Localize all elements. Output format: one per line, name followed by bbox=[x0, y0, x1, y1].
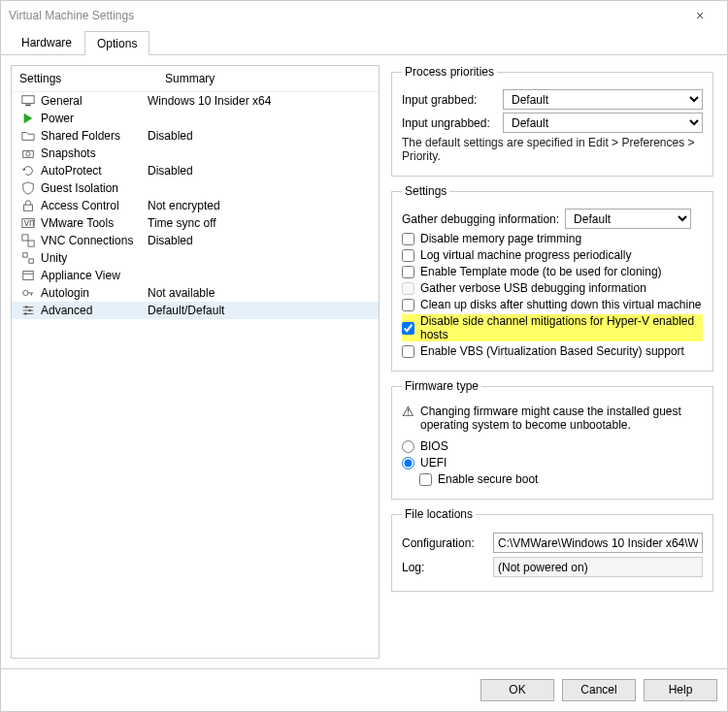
bios-radio[interactable] bbox=[402, 440, 414, 453]
row-label: Guest Isolation bbox=[41, 181, 118, 195]
template-mode-label: Enable Template mode (to be used for clo… bbox=[420, 265, 662, 278]
refresh-icon bbox=[19, 164, 37, 178]
input-ungrabbed-select[interactable]: Default bbox=[503, 113, 703, 133]
svg-marker-2 bbox=[24, 113, 33, 124]
row-summary: Not encrypted bbox=[148, 199, 371, 212]
list-row-general[interactable]: GeneralWindows 10 Insider x64 bbox=[12, 92, 379, 110]
ok-button[interactable]: OK bbox=[480, 679, 554, 701]
row-label: Access Control bbox=[41, 199, 119, 212]
log-path-field: (Not powered on) bbox=[493, 557, 703, 577]
firmware-warning: Changing firmware might cause the instal… bbox=[420, 405, 703, 432]
row-label: Advanced bbox=[41, 304, 92, 317]
dialog-buttons: OK Cancel Help bbox=[1, 668, 727, 711]
header-summary: Summary bbox=[165, 72, 215, 85]
vnc-icon bbox=[19, 234, 37, 247]
tab-options[interactable]: Options bbox=[84, 31, 149, 55]
list-row-shared-folders[interactable]: Shared FoldersDisabled bbox=[12, 127, 379, 145]
list-row-access-control[interactable]: Access ControlNot encrypted bbox=[12, 197, 379, 214]
enable-vbs-checkbox[interactable] bbox=[402, 345, 414, 358]
settings-legend: Settings bbox=[402, 184, 449, 198]
config-path-field[interactable] bbox=[493, 533, 703, 553]
svg-marker-5 bbox=[22, 168, 26, 171]
shield-icon bbox=[19, 181, 37, 195]
svg-rect-13 bbox=[23, 272, 34, 280]
appliance-icon bbox=[19, 269, 37, 282]
row-label: Appliance View bbox=[41, 269, 120, 282]
gather-debug-select[interactable]: Default bbox=[565, 209, 691, 229]
row-label: Power bbox=[41, 112, 74, 125]
row-summary: Time sync off bbox=[148, 216, 371, 230]
settings-group: Settings Gather debugging information: D… bbox=[391, 184, 713, 372]
header-settings: Settings bbox=[19, 72, 165, 85]
list-row-appliance-view[interactable]: Appliance View bbox=[12, 267, 379, 284]
vm-settings-window: Virtual Machine Settings × Hardware Opti… bbox=[0, 0, 728, 712]
warning-icon: ⚠ bbox=[402, 405, 414, 418]
key-icon bbox=[19, 286, 37, 300]
disable-mem-trim-checkbox[interactable] bbox=[402, 233, 414, 245]
uefi-radio[interactable] bbox=[402, 457, 414, 469]
help-button[interactable]: Help bbox=[644, 679, 717, 701]
row-summary: Not available bbox=[148, 286, 371, 300]
verbose-usb-checkbox bbox=[402, 282, 414, 295]
svg-point-15 bbox=[23, 290, 28, 295]
tab-hardware[interactable]: Hardware bbox=[9, 30, 84, 54]
list-row-snapshots[interactable]: Snapshots bbox=[12, 145, 379, 162]
row-label: Shared Folders bbox=[41, 129, 120, 143]
disable-mem-trim-label: Disable memory page trimming bbox=[420, 232, 581, 245]
list-row-unity[interactable]: Unity bbox=[12, 249, 379, 267]
row-label: VMware Tools bbox=[41, 216, 114, 230]
input-grabbed-label: Input grabbed: bbox=[402, 93, 497, 107]
disable-side-channel-label: Disable side channel mitigations for Hyp… bbox=[420, 314, 703, 341]
list-row-autoprotect[interactable]: AutoProtectDisabled bbox=[12, 162, 379, 179]
svg-point-23 bbox=[24, 312, 27, 315]
cancel-button[interactable]: Cancel bbox=[562, 679, 636, 701]
settings-list: Settings Summary GeneralWindows 10 Insid… bbox=[11, 65, 380, 659]
row-summary: Windows 10 Insider x64 bbox=[148, 94, 371, 108]
row-summary: Disabled bbox=[148, 129, 371, 143]
row-label: AutoProtect bbox=[41, 164, 102, 178]
template-mode-checkbox[interactable] bbox=[402, 266, 414, 278]
input-ungrabbed-label: Input ungrabbed: bbox=[402, 116, 497, 130]
list-row-autologin[interactable]: AutologinNot available bbox=[12, 284, 379, 302]
svg-point-4 bbox=[26, 152, 30, 156]
close-button[interactable]: × bbox=[680, 8, 719, 23]
row-label: Unity bbox=[41, 251, 67, 265]
disable-side-channel-checkbox[interactable] bbox=[402, 322, 414, 335]
camera-icon bbox=[19, 146, 37, 160]
svg-rect-11 bbox=[23, 253, 27, 257]
advanced-icon bbox=[19, 304, 37, 317]
secure-boot-checkbox[interactable] bbox=[419, 473, 432, 486]
list-header: Settings Summary bbox=[12, 66, 379, 92]
titlebar: Virtual Machine Settings × bbox=[1, 1, 727, 30]
config-label: Configuration: bbox=[402, 536, 487, 550]
svg-point-21 bbox=[25, 306, 28, 308]
file-locations-legend: File locations bbox=[402, 507, 476, 521]
unity-icon bbox=[19, 251, 37, 265]
svg-rect-1 bbox=[25, 105, 30, 107]
verbose-usb-label: Gather verbose USB debugging information bbox=[420, 281, 646, 295]
list-row-advanced[interactable]: AdvancedDefault/Default bbox=[12, 302, 379, 319]
svg-text:vm: vm bbox=[24, 216, 35, 228]
list-row-vnc-connections[interactable]: VNC ConnectionsDisabled bbox=[12, 232, 379, 249]
folder-share-icon bbox=[19, 129, 37, 143]
bios-label: BIOS bbox=[420, 439, 448, 453]
list-row-power[interactable]: Power bbox=[12, 110, 379, 127]
firmware-group: Firmware type ⚠ Changing firmware might … bbox=[391, 379, 713, 500]
svg-rect-0 bbox=[22, 96, 34, 104]
list-row-guest-isolation[interactable]: Guest Isolation bbox=[12, 179, 379, 197]
content-area: Settings Summary GeneralWindows 10 Insid… bbox=[1, 55, 727, 668]
log-progress-checkbox[interactable] bbox=[402, 249, 414, 262]
tabstrip: Hardware Options bbox=[1, 30, 727, 55]
row-summary: Default/Default bbox=[148, 304, 371, 317]
process-priorities-group: Process priorities Input grabbed: Defaul… bbox=[391, 65, 713, 177]
row-summary: Disabled bbox=[148, 234, 371, 247]
row-label: General bbox=[41, 94, 83, 108]
cleanup-disks-checkbox[interactable] bbox=[402, 299, 414, 311]
process-priorities-legend: Process priorities bbox=[402, 65, 497, 79]
secure-boot-label: Enable secure boot bbox=[438, 472, 538, 486]
svg-rect-9 bbox=[22, 235, 28, 241]
monitor-icon bbox=[19, 94, 37, 108]
input-grabbed-select[interactable]: Default bbox=[503, 89, 703, 110]
list-row-vmware-tools[interactable]: vmVMware ToolsTime sync off bbox=[12, 214, 379, 232]
svg-rect-6 bbox=[24, 205, 33, 210]
